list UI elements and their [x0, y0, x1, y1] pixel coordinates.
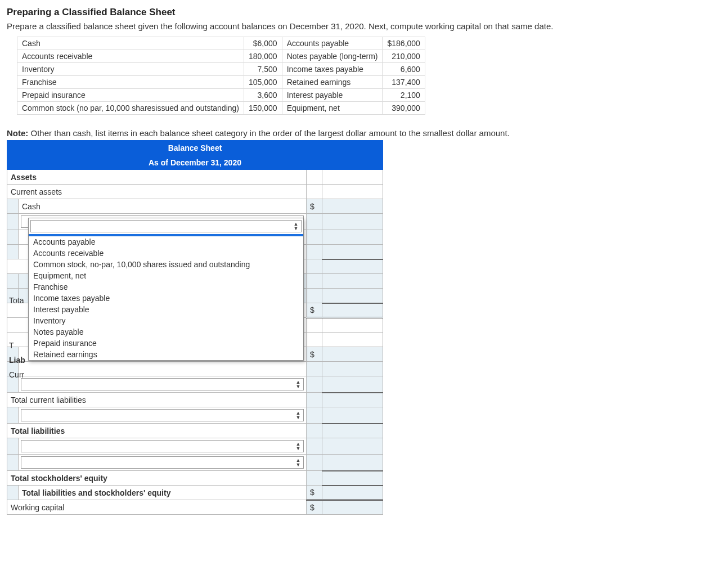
total-se-value[interactable]: [322, 471, 383, 486]
account-value: $186,000: [383, 37, 425, 50]
dropdown-option[interactable]: Common stock, no-par, 10,000 shares issu…: [29, 259, 303, 270]
currency-symbol: $: [307, 199, 322, 214]
note: Note: Other than cash, list items in eac…: [7, 128, 721, 138]
account-value: 137,400: [383, 76, 425, 89]
value-input[interactable]: [322, 214, 383, 230]
currency-symbol: $: [307, 500, 322, 515]
total-liabilities-value[interactable]: [322, 424, 383, 438]
label-fragment: T: [7, 340, 28, 351]
value-input[interactable]: [322, 347, 383, 362]
working-capital-label: Working capital: [7, 500, 307, 515]
label-fragment: Tota: [7, 295, 28, 306]
account-dropdown-open[interactable]: ▲▼ Accounts payable Accounts receivable …: [28, 218, 304, 361]
value-input[interactable]: [322, 289, 383, 303]
note-bold: Note:: [7, 128, 28, 138]
dropdown-option[interactable]: Accounts receivable: [29, 248, 303, 259]
account-select[interactable]: ▲▼: [21, 409, 304, 421]
value-input[interactable]: [322, 245, 383, 259]
table-row: Accounts receivable 180,000 Notes payabl…: [17, 50, 425, 63]
updown-icon: ▲▼: [294, 411, 302, 420]
table-row: Inventory 7,500 Income taxes payable 6,6…: [17, 63, 425, 76]
table-row: Prepaid insurance 3,600 Interest payable…: [17, 89, 425, 102]
value-input[interactable]: [322, 438, 383, 455]
value-input[interactable]: [322, 376, 383, 393]
dropdown-input[interactable]: ▲▼: [30, 220, 302, 232]
value-input[interactable]: [322, 274, 383, 289]
total-liabilities-label: Total liabilities: [7, 424, 307, 438]
cash-value-input[interactable]: [322, 199, 383, 214]
total-liab-se-label: Total liabilities and stockholders' equi…: [19, 486, 307, 500]
dropdown-option[interactable]: Notes payable: [29, 326, 303, 338]
account-value: 2,100: [383, 89, 425, 102]
ws-header-date: As of December 31, 2020: [7, 155, 383, 170]
account-label: Cash: [17, 37, 244, 50]
current-assets-heading: Current assets: [7, 185, 307, 199]
account-select[interactable]: ▲▼: [21, 440, 304, 452]
account-value: 150,000: [244, 102, 282, 115]
account-label: Income taxes payable: [282, 63, 383, 76]
value-input[interactable]: [322, 362, 383, 376]
account-value: 3,600: [244, 89, 282, 102]
currency-symbol: $: [307, 347, 322, 362]
ws-header-title: Balance Sheet: [7, 141, 383, 155]
account-label: Accounts receivable: [17, 50, 244, 63]
cash-label: Cash: [19, 199, 307, 214]
account-value: 7,500: [244, 63, 282, 76]
total-se-label: Total stockholders' equity: [7, 471, 307, 486]
given-balances-table: Cash $6,000 Accounts payable $186,000 Ac…: [17, 37, 425, 115]
assets-heading: Assets: [7, 170, 307, 185]
account-label: Notes payable (long-term): [282, 50, 383, 63]
account-value: 390,000: [383, 102, 425, 115]
dropdown-option[interactable]: Prepaid insurance: [29, 338, 303, 349]
dropdown-option[interactable]: Franchise: [29, 281, 303, 293]
note-text: Other than cash, list items in each bala…: [28, 128, 509, 138]
table-row: Cash $6,000 Accounts payable $186,000: [17, 37, 425, 50]
value-input[interactable]: [322, 230, 383, 245]
account-value: 6,600: [383, 63, 425, 76]
account-value: 180,000: [244, 50, 282, 63]
total-assets-value[interactable]: [322, 303, 383, 318]
account-label: Retained earnings: [282, 76, 383, 89]
account-label: Equipment, net: [282, 102, 383, 115]
working-capital-value[interactable]: [322, 500, 383, 515]
updown-icon: ▲▼: [292, 222, 300, 231]
label-fragment: Curr: [7, 369, 28, 380]
total-current-assets-value[interactable]: [322, 259, 383, 274]
total-current-liabilities-value[interactable]: [322, 393, 383, 407]
total-liab-se-value[interactable]: [322, 486, 383, 500]
dropdown-option[interactable]: Inventory: [29, 315, 303, 326]
updown-icon: ▲▼: [294, 380, 302, 389]
account-select[interactable]: ▲▼: [21, 456, 304, 469]
account-label: Inventory: [17, 63, 244, 76]
account-label: Common stock (no par, 10,000 sharesissue…: [17, 102, 244, 115]
table-row: Franchise 105,000 Retained earnings 137,…: [17, 76, 425, 89]
dropdown-option[interactable]: Income taxes payable: [29, 293, 303, 304]
account-value: 105,000: [244, 76, 282, 89]
label-fragment: Liab: [7, 354, 28, 366]
account-select[interactable]: ▲▼: [21, 378, 304, 390]
value-input[interactable]: [322, 407, 383, 424]
account-label: Franchise: [17, 76, 244, 89]
table-row: Common stock (no par, 10,000 sharesissue…: [17, 102, 425, 115]
dropdown-option[interactable]: Interest payable: [29, 304, 303, 315]
account-label: Interest payable: [282, 89, 383, 102]
dropdown-option[interactable]: Retained earnings: [29, 349, 303, 360]
currency-symbol: $: [307, 486, 322, 500]
value-input[interactable]: [322, 455, 383, 471]
account-label: Prepaid insurance: [17, 89, 244, 102]
dropdown-option[interactable]: Accounts payable: [29, 236, 303, 248]
updown-icon: ▲▼: [294, 458, 302, 467]
page-title: Preparing a Classified Balance Sheet: [7, 7, 721, 18]
account-value: 210,000: [383, 50, 425, 63]
currency-symbol: $: [307, 303, 322, 318]
total-current-liabilities-label: Total current liabilities: [7, 393, 307, 407]
account-value: $6,000: [244, 37, 282, 50]
dropdown-option[interactable]: Equipment, net: [29, 270, 303, 281]
instructions: Prepare a classified balance sheet given…: [7, 21, 721, 31]
updown-icon: ▲▼: [294, 442, 302, 451]
account-label: Accounts payable: [282, 37, 383, 50]
